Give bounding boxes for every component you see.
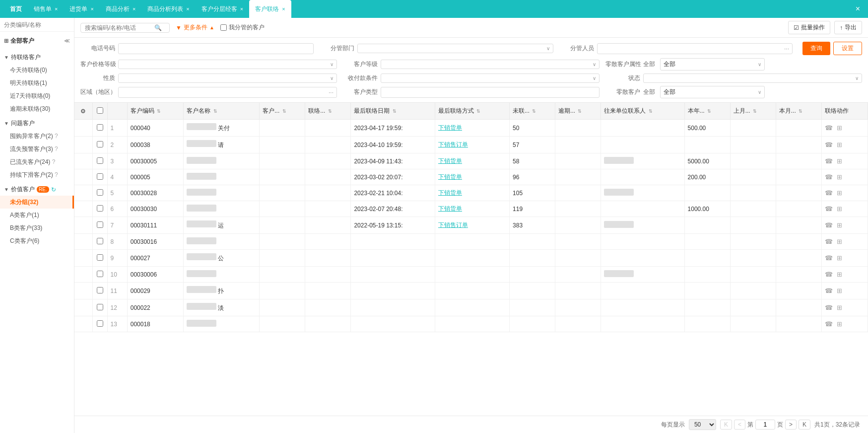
td-last-contact-method-11[interactable] (435, 299, 509, 316)
sidebar-search-input[interactable] (4, 21, 74, 28)
tab-product-analysis-close[interactable]: × (133, 6, 135, 12)
sidebar-pending-group-label[interactable]: ▼ 待联络客户 (0, 51, 74, 64)
value-refresh-icon[interactable]: ↻ (51, 186, 56, 193)
sidebar-item-tomorrow-pending[interactable]: 明天待联络(1) (0, 76, 74, 89)
sidebar-item-declining[interactable]: 持续下滑客户(2) ? (0, 168, 74, 181)
th-this-year[interactable]: 本年... ⇅ (684, 103, 730, 120)
search-button[interactable]: 查询 (802, 42, 830, 55)
attr-select[interactable]: 全部 ∨ (660, 58, 765, 71)
grid-action-icon-5[interactable]: ⊞ (837, 205, 842, 213)
td-checkbox-9[interactable] (92, 267, 107, 283)
manager-field[interactable]: ··· (597, 43, 793, 54)
th-last-contact-method[interactable]: 最后联络方式 ⇅ (435, 103, 509, 120)
phone-action-icon-0[interactable]: ☎ (825, 124, 833, 132)
th-customer-type[interactable]: 客户... ⇅ (260, 103, 305, 120)
phone-action-icon-1[interactable]: ☎ (825, 141, 833, 148)
nature-select[interactable]: ∨ (118, 73, 337, 83)
reset-button[interactable]: 设置 (833, 42, 862, 55)
filter-search-input[interactable] (85, 24, 154, 31)
sidebar-all-customers-header[interactable]: ⊞ 全部客户 ≪ (0, 34, 74, 48)
th-not-contacted[interactable]: 未联... ⇅ (510, 103, 555, 120)
price-level-select[interactable]: ∨ (118, 60, 337, 69)
row-checkbox-9[interactable] (97, 271, 103, 277)
grid-action-icon-1[interactable]: ⊞ (837, 141, 842, 148)
first-page-button[interactable]: K (720, 420, 732, 430)
td-contact-action-11[interactable]: ☎⊞ (821, 299, 868, 316)
td-last-contact-method-2[interactable]: 下销货单 (435, 153, 509, 169)
th-customer-name[interactable]: 客户名称 ⇅ (184, 103, 260, 120)
phone-action-icon-8[interactable]: ☎ (825, 254, 833, 262)
grid-action-icon-11[interactable]: ⊞ (837, 304, 842, 311)
contact-method-link-6[interactable]: 下销售订单 (438, 221, 468, 228)
th-partner-contact[interactable]: 往来单位联系人 ⇅ (601, 103, 684, 120)
tab-customer-segment-close[interactable]: × (240, 6, 243, 12)
region-field[interactable]: ··· (118, 87, 337, 98)
tab-customer-contact[interactable]: 客户联络 × (249, 0, 291, 18)
sidebar-item-abnormal-hoard[interactable]: 囤购异常客户(2) ? (0, 130, 74, 143)
th-customer-code[interactable]: 客户编码 ⇅ (127, 103, 183, 120)
td-last-contact-method-6[interactable]: 下销售订单 (435, 217, 509, 234)
tab-product-analysis-list[interactable]: 商品分析列表 × (141, 0, 195, 18)
td-last-contact-method-10[interactable] (435, 283, 509, 299)
phone-action-icon-12[interactable]: ☎ (825, 320, 833, 328)
phone-input[interactable] (118, 43, 314, 54)
retail-select[interactable]: 全部 ∨ (660, 86, 765, 98)
td-last-contact-method-9[interactable] (435, 267, 509, 283)
td-contact-action-7[interactable]: ☎⊞ (821, 234, 868, 250)
row-checkbox-4[interactable] (97, 189, 103, 196)
td-checkbox-2[interactable] (92, 153, 107, 169)
grid-action-icon-4[interactable]: ⊞ (837, 189, 842, 197)
export-button[interactable]: ↑ 导出 (834, 21, 862, 34)
td-last-contact-method-3[interactable]: 下销货单 (435, 169, 509, 185)
sidebar-value-group-label[interactable]: ▼ 价值客户 RE. ↻ (0, 183, 74, 196)
sidebar-item-unclassified[interactable]: 未分组(32) (0, 196, 74, 209)
td-last-contact-method-7[interactable] (435, 234, 509, 250)
th-contact[interactable]: 联络... ⇅ (305, 103, 351, 120)
grid-action-icon-10[interactable]: ⊞ (837, 287, 842, 294)
sidebar-item-c-class[interactable]: C类客户(6) (0, 234, 74, 247)
manager-ellipsis[interactable]: ··· (784, 45, 789, 52)
select-all-checkbox[interactable] (97, 107, 103, 114)
row-checkbox-11[interactable] (97, 304, 103, 310)
td-contact-action-1[interactable]: ☎⊞ (821, 137, 868, 153)
row-checkbox-3[interactable] (97, 173, 103, 180)
td-contact-action-2[interactable]: ☎⊞ (821, 153, 868, 169)
row-checkbox-10[interactable] (97, 287, 103, 293)
td-checkbox-3[interactable] (92, 169, 107, 185)
td-last-contact-method-1[interactable]: 下销售订单 (435, 137, 509, 153)
td-checkbox-10[interactable] (92, 283, 107, 299)
td-contact-action-10[interactable]: ☎⊞ (821, 283, 868, 299)
sidebar-item-today-pending[interactable]: 今天待联络(0) (0, 64, 74, 76)
td-checkbox-8[interactable] (92, 250, 107, 267)
th-overdue[interactable]: 逾期... ⇅ (555, 103, 601, 120)
tab-purchase-order[interactable]: 进货单 × (64, 0, 99, 18)
td-contact-action-8[interactable]: ☎⊞ (821, 250, 868, 267)
phone-action-icon-9[interactable]: ☎ (825, 271, 833, 278)
contact-method-link-0[interactable]: 下销货单 (438, 124, 462, 131)
grid-action-icon-12[interactable]: ⊞ (837, 320, 842, 328)
row-checkbox-8[interactable] (97, 254, 103, 261)
tab-home[interactable]: 首页 (4, 0, 28, 18)
next-page-button[interactable]: > (785, 420, 797, 430)
tab-sales-order-close[interactable]: × (55, 6, 58, 12)
contact-method-link-5[interactable]: 下销货单 (438, 205, 462, 212)
td-checkbox-0[interactable] (92, 120, 107, 137)
th-this-month[interactable]: 本月... ⇅ (776, 103, 821, 120)
page-size-select[interactable]: 50 100 200 (689, 419, 716, 430)
phone-action-icon-4[interactable]: ☎ (825, 189, 833, 197)
td-contact-action-9[interactable]: ☎⊞ (821, 267, 868, 283)
last-page-button[interactable]: K (799, 420, 810, 430)
grid-action-icon-8[interactable]: ⊞ (837, 254, 842, 262)
td-last-contact-method-4[interactable]: 下销货单 (435, 185, 509, 201)
tab-purchase-order-close[interactable]: × (90, 6, 93, 12)
td-checkbox-4[interactable] (92, 185, 107, 201)
contact-method-link-4[interactable]: 下销货单 (438, 189, 462, 196)
sidebar-item-7day-pending[interactable]: 近7天待联络(0) (0, 89, 74, 102)
td-last-contact-method-5[interactable]: 下销货单 (435, 201, 509, 217)
th-settings[interactable]: ⚙ (74, 103, 92, 120)
status-select[interactable]: ∨ (643, 73, 862, 83)
phone-action-icon-10[interactable]: ☎ (825, 287, 833, 294)
payment-select[interactable]: ∨ (381, 73, 600, 83)
td-checkbox-11[interactable] (92, 299, 107, 316)
td-contact-action-4[interactable]: ☎⊞ (821, 185, 868, 201)
